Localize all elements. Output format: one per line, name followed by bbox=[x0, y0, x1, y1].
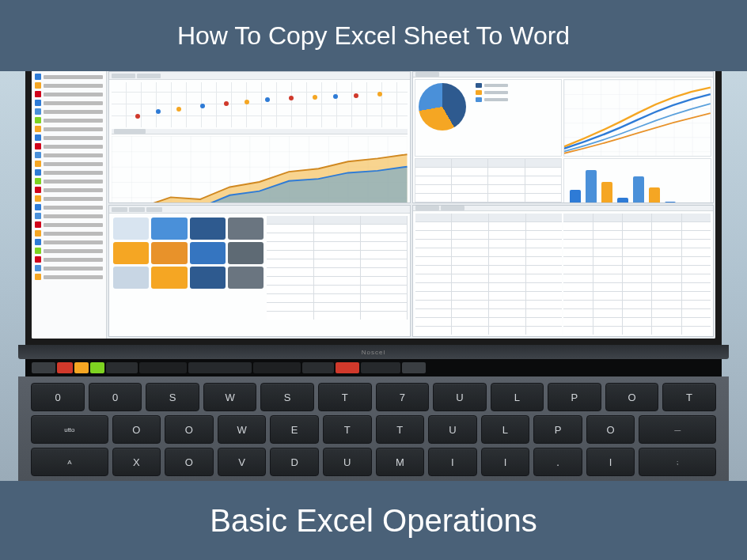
cell bbox=[525, 185, 561, 193]
keyboard-key: O bbox=[586, 415, 635, 444]
panel-top-left bbox=[108, 71, 411, 203]
cell bbox=[563, 309, 592, 317]
cell bbox=[593, 257, 622, 265]
cell bbox=[452, 159, 487, 167]
sidebar-label bbox=[44, 93, 103, 96]
line-chart-panel bbox=[563, 79, 711, 157]
sidebar-item bbox=[33, 273, 104, 281]
cell bbox=[361, 251, 407, 259]
tile bbox=[190, 218, 226, 240]
tile bbox=[228, 242, 264, 264]
sidebar-icon bbox=[35, 126, 41, 132]
keyboard-key: ; bbox=[639, 448, 715, 476]
cell bbox=[361, 294, 407, 302]
cell bbox=[563, 283, 592, 291]
keyboard-key: I bbox=[481, 448, 530, 476]
cell bbox=[526, 257, 563, 265]
sidebar-icon bbox=[35, 195, 41, 202]
sidebar-icon bbox=[35, 221, 41, 228]
cell bbox=[652, 248, 681, 256]
panel-tab bbox=[137, 74, 161, 78]
sidebar-icon bbox=[35, 256, 41, 263]
cell bbox=[526, 283, 563, 291]
cell bbox=[415, 231, 452, 239]
keyboard-key: O bbox=[165, 415, 214, 444]
cell bbox=[682, 214, 711, 221]
tile bbox=[151, 267, 187, 289]
sidebar-label bbox=[44, 232, 103, 236]
sidebar-item bbox=[33, 151, 104, 159]
cell bbox=[563, 292, 592, 300]
cell bbox=[361, 303, 407, 311]
area-chart bbox=[112, 136, 408, 203]
cell bbox=[452, 214, 488, 221]
bar bbox=[601, 182, 612, 203]
touchbar-segment bbox=[57, 362, 73, 373]
cell bbox=[361, 225, 407, 233]
cell bbox=[489, 283, 525, 291]
keyboard-key: M bbox=[376, 448, 425, 476]
cell bbox=[415, 248, 452, 256]
data-table bbox=[563, 214, 711, 335]
bar bbox=[617, 198, 628, 203]
cell bbox=[415, 202, 451, 203]
sidebar-label bbox=[44, 223, 103, 227]
keyboard-key: utto bbox=[31, 415, 108, 444]
cell bbox=[593, 248, 622, 256]
sidebar-icon bbox=[35, 134, 41, 141]
keyboard-key: — bbox=[639, 415, 715, 444]
cell bbox=[415, 176, 451, 184]
cell bbox=[526, 231, 563, 239]
keyboard-key: S bbox=[260, 383, 314, 411]
cell bbox=[452, 222, 488, 230]
sidebar-icon bbox=[35, 117, 41, 123]
cell bbox=[489, 231, 525, 239]
mini-table-panel bbox=[415, 158, 563, 203]
touchbar-segment bbox=[74, 362, 89, 373]
cell bbox=[415, 283, 452, 291]
cell bbox=[652, 266, 681, 274]
cell bbox=[489, 257, 525, 265]
cell bbox=[525, 202, 561, 203]
cell bbox=[652, 327, 681, 335]
keyboard-key: I bbox=[428, 448, 477, 476]
cell bbox=[526, 292, 563, 300]
sidebar-item bbox=[33, 99, 104, 107]
cell bbox=[682, 231, 711, 239]
sidebar-item bbox=[33, 134, 104, 142]
cell bbox=[314, 242, 360, 250]
cell bbox=[267, 216, 313, 224]
laptop-brand: Noscel bbox=[362, 349, 385, 356]
sidebar-item bbox=[33, 168, 104, 176]
keyboard-key: 0 bbox=[89, 383, 142, 411]
cell bbox=[361, 259, 407, 267]
keyboard-key: V bbox=[218, 448, 267, 476]
sidebar-item bbox=[33, 142, 104, 150]
sidebar bbox=[32, 71, 107, 339]
cell bbox=[314, 225, 360, 233]
sidebar-icon bbox=[35, 178, 41, 184]
data-point bbox=[156, 109, 161, 114]
sidebar-label bbox=[44, 75, 103, 79]
cell bbox=[452, 194, 487, 202]
tile bbox=[113, 242, 149, 264]
data-point bbox=[354, 93, 358, 98]
tile bbox=[151, 218, 187, 240]
cell bbox=[452, 274, 488, 282]
sidebar-label bbox=[44, 188, 103, 192]
keyboard-key: P bbox=[533, 415, 582, 444]
sidebar-item bbox=[33, 247, 104, 255]
cell bbox=[489, 266, 525, 274]
keyboard-key: T bbox=[376, 415, 425, 444]
cell bbox=[526, 274, 563, 282]
cell bbox=[682, 266, 711, 274]
panel-tab bbox=[441, 206, 465, 210]
cell bbox=[682, 248, 711, 256]
bar bbox=[665, 202, 676, 203]
sidebar-icon bbox=[35, 169, 41, 176]
keyboard-key: O bbox=[605, 383, 659, 411]
sidebar-label bbox=[44, 84, 103, 88]
cell bbox=[593, 292, 622, 300]
sidebar-icon bbox=[35, 143, 41, 149]
sidebar-label bbox=[44, 206, 103, 210]
